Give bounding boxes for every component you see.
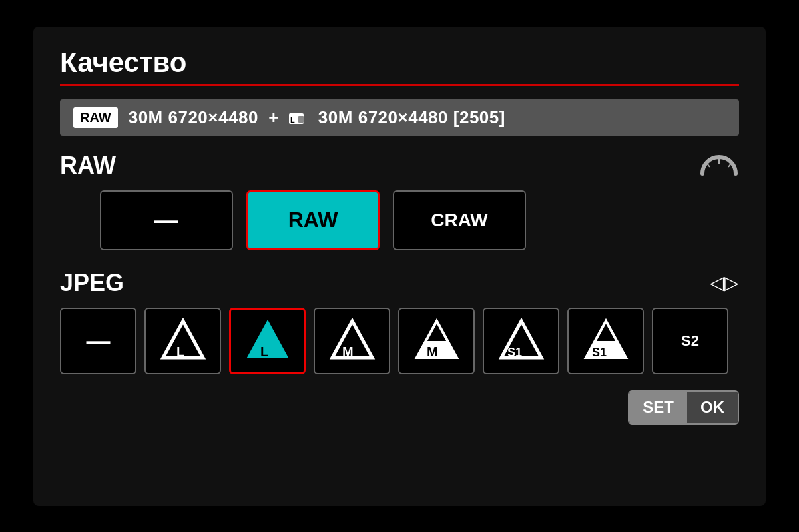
jpeg-arrows: ◁▷ (710, 272, 739, 294)
svg-text:S1: S1 (592, 346, 607, 359)
footer-bar: SET OK (60, 390, 739, 425)
raw-section-header: RAW (60, 152, 739, 180)
svg-text:M: M (427, 344, 438, 359)
jpeg-button-s1-normal[interactable]: S1 (567, 308, 644, 374)
jpeg-l-fine-icon: L (160, 318, 206, 364)
svg-text:L: L (260, 344, 268, 359)
jpeg-button-l-fine[interactable]: L (144, 308, 221, 374)
jpeg-label: JPEG (60, 269, 124, 297)
set-ok-button[interactable]: SET OK (628, 390, 739, 425)
jpeg-s1-normal-icon: S1 (583, 318, 629, 364)
jpeg-s1-fine-icon: S1 (498, 318, 545, 364)
camera-quality-screen: Качество RAW 30M 6720×4480 + L 30M 6720×… (33, 27, 766, 506)
info-text: 30M 6720×4480 + L 30M 6720×4480 [2505] (129, 107, 505, 128)
jpeg-button-m-normal[interactable]: M (398, 308, 475, 374)
jpeg-s2-label: S2 (681, 332, 699, 350)
jpeg-section-header: JPEG ◁▷ (60, 269, 739, 297)
svg-text:S1: S1 (507, 346, 522, 359)
svg-text:L: L (176, 344, 184, 359)
title-divider (60, 84, 739, 86)
raw-buttons-group: — RAW C RAW (100, 190, 739, 250)
jpeg-button-m-fine[interactable]: M (314, 308, 390, 374)
raw-button-dash[interactable]: — (100, 190, 233, 250)
svg-text:L: L (290, 116, 295, 124)
info-bar: RAW 30M 6720×4480 + L 30M 6720×4480 [250… (60, 99, 739, 136)
raw-button-craw[interactable]: C RAW (393, 190, 526, 250)
set-label: SET (629, 392, 687, 423)
svg-rect-1 (298, 116, 304, 123)
jpeg-size-icon: L (289, 109, 308, 128)
jpeg-button-dash[interactable]: — (60, 308, 136, 374)
jpeg-button-s2[interactable]: S2 (652, 308, 728, 374)
raw-badge: RAW (73, 107, 118, 128)
raw-label: RAW (60, 152, 116, 180)
svg-text:M: M (342, 344, 354, 359)
jpeg-button-s1-fine[interactable]: S1 (483, 308, 559, 374)
raw-button-raw[interactable]: RAW (246, 190, 380, 250)
ok-label: OK (687, 392, 738, 423)
jpeg-buttons-group: — L L M (60, 308, 739, 374)
page-title: Качество (60, 47, 739, 79)
jpeg-m-fine-icon: M (329, 318, 376, 364)
jpeg-button-l-normal[interactable]: L (229, 308, 306, 374)
jpeg-m-normal-icon: M (413, 318, 460, 364)
jpeg-l-normal-icon: L (244, 318, 291, 364)
raw-dial-icon (699, 154, 739, 177)
